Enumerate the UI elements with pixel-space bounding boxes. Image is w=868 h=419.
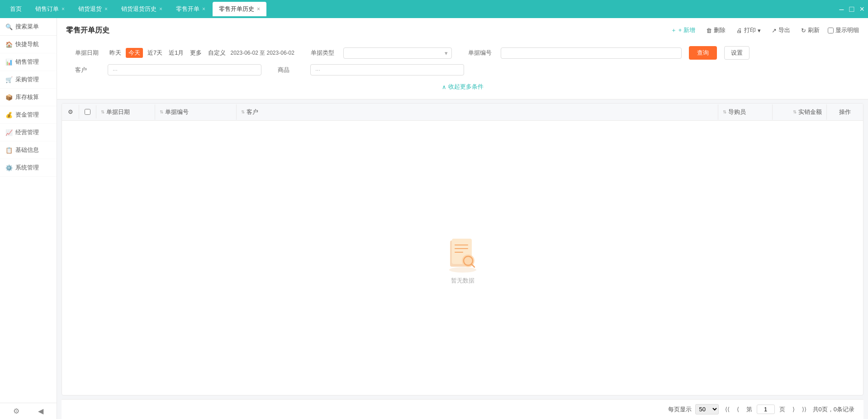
date-opt-custom[interactable]: 自定义 <box>206 48 228 58</box>
sales-icon: 📊 <box>5 59 13 66</box>
page-header: 零售开单历史 ＋ + 新增 🗑 删除 🖨 打印 ▾ <box>57 18 868 99</box>
column-settings-icon[interactable]: ⚙ <box>68 108 73 115</box>
filter-row-date: 单据日期 昨天 今天 近7天 近1月 更多 自定义 2023-06-02 至 2… <box>75 46 850 60</box>
tab-close-sales-return-history[interactable]: × <box>159 6 162 12</box>
th-action: 操作 <box>827 104 863 120</box>
sidebar-item-basic-info[interactable]: 📋 基础信息 <box>0 141 57 159</box>
delete-button[interactable]: 🗑 删除 <box>703 24 728 36</box>
th-checkbox[interactable] <box>79 105 96 118</box>
table-area: ⚙ ⇅ 单据日期 ⇅ 单据编号 ⇅ 客户 ⇅ <box>62 103 863 395</box>
collapse-sidebar-icon[interactable]: ◀ <box>38 407 43 415</box>
current-page-input[interactable] <box>757 405 775 414</box>
date-opt-more[interactable]: 更多 <box>188 48 204 58</box>
collapse-label: 收起更多条件 <box>448 83 484 91</box>
export-icon: ↗ <box>772 27 777 34</box>
svg-point-0 <box>449 267 476 273</box>
sort-customer-icon: ⇅ <box>241 109 245 114</box>
home-icon: 🏠 <box>5 41 13 48</box>
goods-filter-label: 商品 <box>278 66 303 74</box>
date-opt-today[interactable]: 今天 <box>126 48 143 58</box>
show-detail-input[interactable] <box>828 28 834 33</box>
date-filter-label: 单据日期 <box>75 49 100 57</box>
basic-info-icon: 📋 <box>5 147 13 154</box>
settings-button[interactable]: 设置 <box>724 46 749 60</box>
th-date[interactable]: ⇅ 单据日期 <box>96 104 155 120</box>
empty-illustration <box>440 231 485 277</box>
tab-close-retail-order-history[interactable]: × <box>257 6 260 12</box>
tab-sales-return[interactable]: 销货退货 × <box>72 2 114 16</box>
th-amount[interactable]: ⇅ 实销金额 <box>773 104 827 120</box>
select-all-checkbox[interactable] <box>85 109 90 115</box>
th-num[interactable]: ⇅ 单据编号 <box>155 104 237 120</box>
main-layout: 🔍 搜索菜单 🏠 快捷导航 📊 销售管理 🛒 采购管理 📦 库存核算 💰 资金管… <box>0 18 868 419</box>
date-options: 昨天 今天 近7天 近1月 更多 自定义 2023-06-02 至 2023-0… <box>108 48 294 58</box>
page-size-select[interactable]: 50 10 20 100 <box>695 404 719 414</box>
type-filter-label: 单据类型 <box>311 49 336 57</box>
delete-icon: 🗑 <box>706 27 712 34</box>
print-button[interactable]: 🖨 打印 ▾ <box>734 24 764 36</box>
th-settings[interactable]: ⚙ <box>62 105 79 119</box>
refresh-icon: ↻ <box>801 27 806 34</box>
settings-bottom-icon[interactable]: ⚙ <box>13 407 19 415</box>
sort-num-icon: ⇅ <box>160 109 163 114</box>
query-button[interactable]: 查询 <box>689 46 717 60</box>
print-icon: 🖨 <box>736 27 742 34</box>
first-page-button[interactable]: ⟨⟨ <box>722 405 732 414</box>
sidebar-item-sales[interactable]: 📊 销售管理 <box>0 53 57 71</box>
th-customer[interactable]: ⇅ 客户 <box>237 104 718 120</box>
th-guide[interactable]: ⇅ 导购员 <box>718 104 773 120</box>
sidebar-bottom: ⚙ ◀ <box>0 403 57 419</box>
pagination: 每页显示 50 10 20 100 ⟨⟨ ⟨ 第 页 ⟩ ⟩⟩ 共0页，0条记录 <box>62 399 863 419</box>
window-controls: – □ × <box>840 5 864 14</box>
tab-home[interactable]: 首页 <box>4 2 28 16</box>
last-page-button[interactable]: ⟩⟩ <box>799 405 809 414</box>
goods-filter-input[interactable]: ··· <box>310 64 464 75</box>
minimize-icon[interactable]: – <box>840 5 844 14</box>
export-button[interactable]: ↗ 导出 <box>769 24 793 36</box>
sidebar-item-purchase[interactable]: 🛒 采购管理 <box>0 71 57 89</box>
empty-text: 暂无数据 <box>451 277 474 285</box>
maximize-icon[interactable]: □ <box>849 5 854 14</box>
date-opt-yesterday[interactable]: 昨天 <box>108 48 123 58</box>
system-icon: ⚙️ <box>5 165 13 171</box>
type-select-chevron-icon: ▾ <box>445 50 448 56</box>
new-button[interactable]: ＋ + 新增 <box>668 24 698 36</box>
total-info: 共0页，0条记录 <box>813 405 854 414</box>
page-title-row: 零售开单历史 ＋ + 新增 🗑 删除 🖨 打印 ▾ <box>66 24 859 36</box>
tab-bar: 首页 销售订单 × 销货退货 × 销货退货历史 × 零售开单 × 零售开单历史 … <box>0 0 868 18</box>
show-detail-checkbox[interactable]: 显示明细 <box>828 26 859 34</box>
page-label: 第 <box>744 405 755 414</box>
customer-filter-input[interactable]: ··· <box>108 64 261 75</box>
type-filter-select[interactable]: ▾ <box>343 47 452 59</box>
close-window-icon[interactable]: × <box>859 5 864 14</box>
purchase-icon: 🛒 <box>5 76 13 83</box>
sidebar-item-finance[interactable]: 💰 资金管理 <box>0 106 57 124</box>
sidebar-item-inventory[interactable]: 📦 库存核算 <box>0 89 57 106</box>
sidebar-item-system[interactable]: ⚙️ 系统管理 <box>0 159 57 177</box>
tab-sales-order[interactable]: 销售订单 × <box>29 2 71 16</box>
prev-page-button[interactable]: ⟨ <box>734 405 742 414</box>
num-filter-input[interactable] <box>501 47 682 59</box>
tab-close-retail-order[interactable]: × <box>202 6 205 12</box>
tab-close-sales-return[interactable]: × <box>104 6 108 12</box>
refresh-button[interactable]: ↻ 刷新 <box>798 24 822 36</box>
date-range-display: 2023-06-02 至 2023-06-02 <box>230 49 294 57</box>
date-opt-7days[interactable]: 近7天 <box>146 48 164 58</box>
page-nav: ⟨⟨ ⟨ 第 页 ⟩ ⟩⟩ <box>722 405 809 414</box>
tab-sales-return-history[interactable]: 销货退货历史 × <box>115 2 169 16</box>
sidebar-item-operations[interactable]: 📈 经营管理 <box>0 124 57 141</box>
date-opt-1month[interactable]: 近1月 <box>167 48 185 58</box>
collapse-filter-row[interactable]: ∧ 收起更多条件 <box>75 80 850 94</box>
sort-guide-icon: ⇅ <box>723 109 726 114</box>
search-icon: 🔍 <box>5 24 13 30</box>
sidebar-item-quick-nav[interactable]: 🏠 快捷导航 <box>0 36 57 53</box>
num-filter-label: 单据编号 <box>468 49 493 57</box>
page-label-end: 页 <box>777 405 788 414</box>
new-icon: ＋ <box>671 26 677 34</box>
sidebar-search[interactable]: 🔍 搜索菜单 <box>0 18 57 36</box>
inventory-icon: 📦 <box>5 94 13 101</box>
tab-retail-order[interactable]: 零售开单 × <box>170 2 212 16</box>
next-page-button[interactable]: ⟩ <box>790 405 797 414</box>
tab-close-sales-order[interactable]: × <box>62 6 65 12</box>
tab-retail-order-history[interactable]: 零售开单历史 × <box>213 2 266 16</box>
